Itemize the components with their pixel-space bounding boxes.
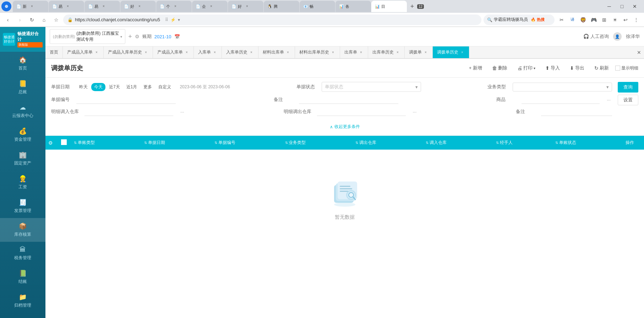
tab-close-5[interactable]: ×	[173, 4, 178, 9]
new-tab-btn[interactable]: +	[407, 1, 417, 11]
sidebar-item-wages[interactable]: 👷 工资	[0, 171, 45, 194]
translate-btn[interactable]: 译	[567, 15, 577, 25]
tab-4[interactable]: 📄 好 ×	[120, 1, 156, 12]
extensions-btn[interactable]: ✂	[557, 15, 567, 25]
tab-close-transfer-history[interactable]: ×	[460, 50, 465, 55]
tab-3[interactable]: 📄 易 ×	[84, 1, 120, 12]
tab-panel-close[interactable]: ✕	[634, 47, 644, 58]
company-settings-btn[interactable]: ⚙	[135, 34, 140, 39]
tab-close-product-in[interactable]: ×	[94, 50, 99, 55]
add-company-btn[interactable]: +	[128, 33, 132, 40]
goods-input[interactable]	[522, 95, 600, 104]
company-selector[interactable]: (勿删勿禁用) (勿删勿禁用) 江西服宝测试专用 ▾	[50, 29, 125, 44]
tab-out[interactable]: 出库单 ×	[340, 46, 368, 58]
col-no[interactable]: ⇅ 单据编号	[212, 136, 282, 150]
tab-close-material-out-history[interactable]: ×	[331, 50, 335, 55]
date-btn-yesterday[interactable]: 昨天	[76, 83, 91, 91]
undo-btn[interactable]: ↩	[621, 15, 631, 25]
tab-product-in[interactable]: 产成品入库单 ×	[63, 46, 104, 58]
col-in-wh[interactable]: ⇅ 调入仓库	[423, 136, 493, 150]
delete-btn[interactable]: 🗑 删除	[489, 63, 511, 73]
sidebar-item-archive[interactable]: 📁 归档管理	[0, 289, 45, 313]
table-check-col[interactable]	[58, 136, 71, 150]
tab-close-2[interactable]: ×	[65, 4, 70, 9]
tab-close-product-in2[interactable]: ×	[184, 50, 189, 55]
col-biz-type[interactable]: ⇅ 业务类型	[282, 136, 353, 150]
wallet-btn[interactable]: 🦁	[578, 15, 588, 25]
tab-close-material-out[interactable]: ×	[285, 50, 290, 55]
tab-close-stock-in[interactable]: ×	[212, 50, 217, 55]
detail-out-ellipsis[interactable]: ···	[411, 109, 418, 115]
tab-stock-in-history[interactable]: 入库单历史 ×	[222, 46, 258, 58]
table-gear-col[interactable]: ⚙	[45, 136, 58, 150]
detail-out-input[interactable]	[317, 107, 406, 116]
col-status[interactable]: ⇅ 单账状态	[552, 136, 623, 150]
col-date[interactable]: ⇅ 单据日期	[141, 136, 212, 150]
date-btn-custom[interactable]: 自定义	[155, 83, 174, 91]
brightness-btn[interactable]: ☀	[610, 15, 620, 25]
tab-product-in-history[interactable]: 产成品入库单历史 ×	[104, 46, 153, 58]
goods-ellipsis[interactable]: ···	[605, 97, 612, 102]
tab-1[interactable]: 📄 新 ×	[13, 1, 48, 12]
refresh-btn[interactable]: ↻ 刷新	[591, 63, 612, 73]
search-bar[interactable]: 🔍 学霸应聘场驱鸟员 🔥 热搜	[484, 15, 555, 25]
reload-btn[interactable]: ↻	[27, 15, 37, 25]
sidebar-item-cloud-report[interactable]: ☁ 云报表中心	[0, 99, 45, 123]
tab-10[interactable]: 📊 各	[335, 1, 371, 12]
sidebar-item-ledger[interactable]: 📒 总账	[0, 76, 45, 99]
tab-transfer-history[interactable]: 调拨单历史 ×	[433, 46, 469, 58]
settings-btn[interactable]: 设置	[618, 95, 638, 105]
tab-close-3[interactable]: ×	[101, 4, 106, 9]
collapse-btn[interactable]: ∧ 收起更多条件	[328, 122, 361, 131]
col-type[interactable]: ⇅ 单账类型	[71, 136, 141, 150]
forward-btn[interactable]: ›	[15, 15, 25, 25]
tab-material-out[interactable]: 材料出库单 ×	[258, 46, 295, 58]
tab-9[interactable]: 📧 畅	[300, 1, 335, 12]
back-btn[interactable]: ‹	[3, 15, 13, 25]
print-btn[interactable]: 🖨 打印 ▾	[514, 63, 539, 73]
tab-7[interactable]: 📄 好 ×	[228, 1, 263, 12]
tab-close-6[interactable]: ×	[209, 4, 214, 9]
sidebar-item-inventory[interactable]: 📦 库存核算	[0, 218, 45, 242]
date-btn-1month[interactable]: 近1月	[124, 83, 140, 91]
tab-5[interactable]: 📄 个 ×	[156, 1, 192, 12]
tab-close-out[interactable]: ×	[359, 50, 364, 55]
show-cols-toggle[interactable]: 显示明细	[615, 65, 638, 71]
service-btn[interactable]: 🎧 人工咨询	[583, 33, 609, 40]
apps-btn[interactable]: ⊞	[599, 15, 609, 25]
sidebar-item-invoice[interactable]: 🧾 发票管理	[0, 194, 45, 218]
tab-11[interactable]: 📊 目	[371, 1, 407, 12]
menu-btn[interactable]: ⋮	[631, 15, 641, 25]
new-btn[interactable]: + 新增	[465, 63, 486, 73]
tab-close-out-history[interactable]: ×	[395, 50, 400, 55]
detail-in-ellipsis[interactable]: ···	[179, 109, 186, 115]
period-value[interactable]: 2021-10	[154, 34, 171, 39]
url-bar[interactable]: 🔒 https://cloud.chanjet.com/accounting/u…	[63, 15, 481, 25]
sidebar-item-close-account[interactable]: 📗 结账	[0, 265, 45, 289]
tab-stock-in[interactable]: 入库单 ×	[194, 46, 222, 58]
tab-transfer[interactable]: 调拨单 ×	[405, 46, 433, 58]
tab-8[interactable]: 🐧 腾	[264, 1, 299, 12]
col-out-wh[interactable]: ⇅ 调出仓库	[353, 136, 423, 150]
tab-close-transfer[interactable]: ×	[423, 50, 428, 55]
sidebar-item-home[interactable]: 🏠 首页	[0, 52, 45, 76]
sidebar-item-fund[interactable]: 💰 资金管理	[0, 123, 45, 147]
game-btn[interactable]: 🎮	[589, 15, 599, 25]
detail-in-input[interactable]	[84, 107, 173, 116]
query-btn[interactable]: 查询	[618, 82, 638, 93]
date-btn-today[interactable]: 今天	[91, 83, 105, 91]
maximize-btn[interactable]: □	[617, 1, 627, 11]
tab-6[interactable]: 📄 企 ×	[192, 1, 228, 12]
user-avatar[interactable]: 👤	[613, 32, 622, 41]
tab-out-history[interactable]: 出库单历史 ×	[368, 46, 405, 58]
tab-close-4[interactable]: ×	[137, 4, 142, 9]
tab-home[interactable]: 首页	[45, 46, 63, 58]
remark-input[interactable]	[299, 95, 398, 104]
tab-product-in2[interactable]: 产成品入库单 ×	[153, 46, 194, 58]
remark2-input[interactable]	[541, 107, 612, 116]
export-btn[interactable]: ⬇ 导出	[566, 63, 588, 73]
sidebar-item-tax[interactable]: 🏛 税务管理	[0, 242, 45, 265]
biz-type-select[interactable]: ▾	[513, 83, 612, 91]
sidebar-item-settings[interactable]: ⚙ 基础设置	[0, 313, 45, 318]
home-btn[interactable]: ⌂	[39, 15, 49, 25]
